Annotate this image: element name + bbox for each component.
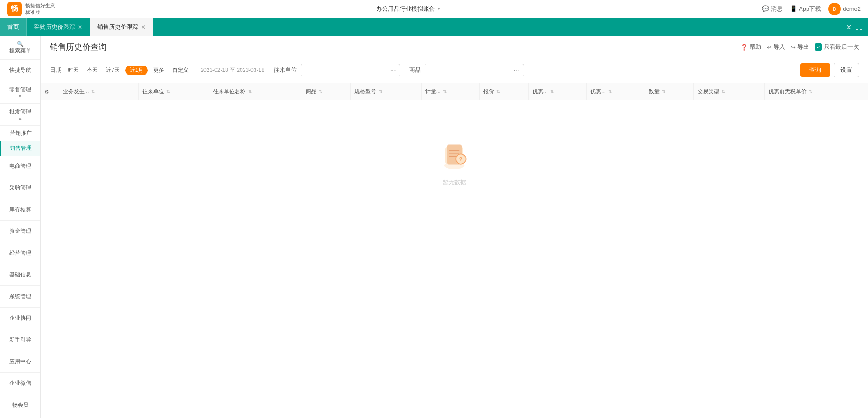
date-opt-yesterday[interactable]: 昨天 (65, 66, 81, 75)
sidebar-item-operations[interactable]: 经营管理 (0, 242, 40, 264)
sidebar-item-app-center[interactable]: 应用中心 (0, 351, 40, 373)
sort-icon: ⇅ (550, 89, 554, 94)
export-icon: ↪ (791, 44, 796, 51)
sidebar-item-basics[interactable]: 基础信息 (0, 264, 40, 286)
table-container: ⚙ 业务发生... ⇅ 往来单位 ⇅ 往来单位名称 ⇅ (41, 83, 868, 418)
date-opt-7days[interactable]: 近7天 (103, 66, 123, 75)
date-opt-custom[interactable]: 自定义 (170, 66, 191, 75)
date-filter-group: 日期 昨天 今天 近7天 近1月 更多 自定义 (50, 66, 191, 75)
app-download-button[interactable]: 📱 App下载 (790, 5, 821, 13)
settings-button[interactable]: 设置 (834, 63, 859, 77)
sidebar-item-sales[interactable]: 销售管理 (0, 141, 40, 156)
th-partner-code[interactable]: 往来单位 ⇅ (138, 83, 209, 100)
date-opt-more[interactable]: 更多 (151, 66, 167, 75)
chevron-up-icon: ▲ (18, 116, 23, 121)
sidebar-item-procurement[interactable]: 采购管理 (0, 177, 40, 199)
th-quoted-price[interactable]: 报价 ⇅ (480, 83, 529, 100)
sort-icon: ⇅ (91, 89, 95, 94)
date-label: 日期 (50, 66, 61, 74)
help-icon: ❓ (741, 44, 748, 51)
th-unit[interactable]: 计量... ⇅ (421, 83, 480, 100)
date-opt-1month[interactable]: 近1月 (125, 66, 148, 75)
help-button[interactable]: ❓ 帮助 (741, 43, 761, 51)
product-filter-group: 商品 ··· (409, 64, 524, 76)
sort-icon: ⇅ (319, 89, 322, 94)
sidebar-item-retail[interactable]: 零售管理 ▼ (0, 81, 40, 104)
sidebar-item-system[interactable]: 系统管理 (0, 286, 40, 308)
sidebar-item-quick-nav[interactable]: 快捷导航 (0, 60, 40, 81)
filter-bar: 日期 昨天 今天 近7天 近1月 更多 自定义 2023-02-18 至 202… (41, 57, 868, 83)
tab-maximize-icon[interactable]: ⛶ (855, 23, 863, 31)
sort-icon: ⇅ (496, 89, 500, 94)
th-product[interactable]: 商品 ⇅ (302, 83, 351, 100)
product-input[interactable]: ··· (425, 64, 524, 76)
data-table: ⚙ 业务发生... ⇅ 往来单位 ⇅ 往来单位名称 ⇅ (41, 83, 868, 223)
th-pretax-price[interactable]: 优惠前无税单价 ⇅ (764, 83, 868, 100)
workspace-selector[interactable]: 办公用品行业模拟账套 ▼ (376, 5, 441, 13)
date-range-group: 2023-02-18 至 2023-03-18 (200, 66, 264, 74)
sidebar-item-beginner-guide[interactable]: 新手引导 (0, 329, 40, 351)
import-button[interactable]: ↩ 导入 (767, 43, 785, 51)
logo-icon: 畅 (7, 2, 22, 16)
sidebar-item-ecommerce[interactable]: 电商管理 (0, 156, 40, 177)
sort-icon: ⇅ (166, 89, 170, 94)
date-range-text: 2023-02-18 至 2023-03-18 (200, 66, 264, 74)
sort-icon: ⇅ (379, 89, 382, 94)
filter-actions: 查询 设置 (800, 63, 859, 77)
page-title: 销售历史价查询 (50, 42, 107, 52)
avatar: D (828, 3, 841, 15)
tab-close-sales[interactable]: ✕ (141, 24, 146, 30)
empty-state-text: 暂无数据 (443, 178, 466, 186)
sidebar-item-marketing[interactable]: 营销推广 (0, 126, 40, 141)
sidebar-item-enterprise-collab[interactable]: 企业协同 (0, 308, 40, 329)
th-trade-type[interactable]: 交易类型 ⇅ (694, 83, 764, 100)
chevron-down-icon: ▼ (18, 94, 23, 99)
logo-text: 畅捷信好生意 标准版 (25, 2, 55, 15)
th-gear[interactable]: ⚙ (41, 83, 59, 100)
top-header: 畅 畅捷信好生意 标准版 办公用品行业模拟账套 ▼ 💬 消息 📱 App下载 D… (0, 0, 868, 18)
checkbox-icon: ✓ (815, 43, 822, 51)
th-business-date[interactable]: 业务发生... ⇅ (59, 83, 138, 100)
sort-icon: ⇅ (608, 89, 612, 94)
th-discount-amt[interactable]: 优惠... ⇅ (587, 83, 645, 100)
th-discount-pct[interactable]: 优惠... ⇅ (528, 83, 587, 100)
message-button[interactable]: 💬 消息 (762, 5, 783, 13)
query-button[interactable]: 查询 (800, 63, 830, 77)
sort-icon: ⇅ (809, 89, 812, 94)
tab-purchase-history[interactable]: 采购历史价跟踪 ✕ (27, 18, 90, 36)
search-icon: 🔍 (17, 41, 24, 47)
sidebar-item-search[interactable]: 🔍 搜索菜单 (0, 36, 40, 60)
partner-label: 往来单位 (274, 66, 297, 74)
empty-state: ? 暂无数据 (41, 100, 868, 223)
only-last-checkbox[interactable]: ✓ 只看最后一次 (815, 43, 859, 51)
content-area: 销售历史价查询 ❓ 帮助 ↩ 导入 ↪ 导出 ✓ 只看最后一次 (41, 36, 868, 418)
sidebar-item-inventory[interactable]: 库存核算 (0, 199, 40, 221)
message-icon: 💬 (762, 5, 769, 12)
date-options: 昨天 今天 近7天 近1月 更多 自定义 (65, 66, 191, 75)
th-spec[interactable]: 规格型号 ⇅ (351, 83, 421, 100)
user-profile[interactable]: D demo2 (828, 3, 861, 15)
chevron-down-icon: ▼ (437, 6, 441, 11)
export-button[interactable]: ↪ 导出 (791, 43, 809, 51)
svg-text:?: ? (459, 157, 462, 162)
header-right: 💬 消息 📱 App下载 D demo2 (762, 3, 861, 15)
th-partner-name[interactable]: 往来单位名称 ⇅ (209, 83, 302, 100)
sort-icon: ⇅ (722, 89, 725, 94)
app-icon: 📱 (790, 5, 797, 12)
partner-input[interactable]: ··· (301, 64, 400, 76)
tab-sales-history[interactable]: 销售历史价跟踪 ✕ (90, 18, 153, 36)
tab-close-purchase[interactable]: ✕ (78, 24, 82, 30)
sort-icon: ⇅ (248, 89, 252, 94)
sidebar-item-wholesale[interactable]: 批发管理 ▲ (0, 104, 40, 126)
date-opt-today[interactable]: 今天 (84, 66, 100, 75)
tab-home[interactable]: 首页 (0, 18, 27, 36)
th-quantity[interactable]: 数量 ⇅ (645, 83, 694, 100)
sidebar-item-enterprise-wechat[interactable]: 企业微信 (0, 373, 40, 394)
tab-close-all-icon[interactable]: ✕ (846, 23, 852, 32)
sidebar-item-finance[interactable]: 资金管理 (0, 221, 40, 242)
main-layout: 🔍 搜索菜单 快捷导航 零售管理 ▼ 批发管理 ▲ 营销推广 销售管理 电商管理… (0, 36, 868, 418)
page-title-bar: 销售历史价查询 ❓ 帮助 ↩ 导入 ↪ 导出 ✓ 只看最后一次 (41, 36, 868, 57)
logo-area: 畅 畅捷信好生意 标准版 (7, 2, 55, 16)
product-input-dots: ··· (514, 66, 519, 74)
sidebar-item-member[interactable]: 畅会员 (0, 394, 40, 416)
